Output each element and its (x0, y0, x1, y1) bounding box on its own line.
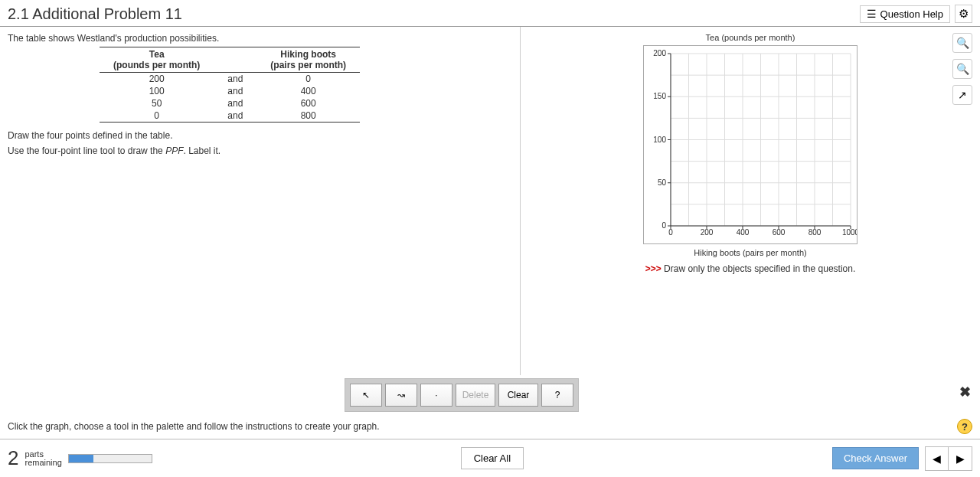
svg-text:1000: 1000 (842, 228, 858, 237)
svg-text:50: 50 (658, 178, 667, 187)
pointer-icon: ↖ (362, 390, 370, 400)
header-actions: ☰ Question Help ⚙ (860, 5, 972, 23)
point-icon: · (435, 390, 437, 400)
problem-intro: The table shows Westland's production po… (8, 33, 512, 44)
tool-palette: ↖ ↝ · Delete Clear ? (345, 378, 579, 412)
problem-pane: The table shows Westland's production po… (0, 27, 521, 375)
chart-hint: >>> Draw only the objects specified in t… (645, 263, 856, 274)
next-button[interactable]: ▶ (949, 447, 972, 470)
page-title: 2.1 Additional Problem 11 (8, 5, 182, 23)
selection-block: Selected: none (8, 384, 345, 406)
clear-all-button[interactable]: Clear All (461, 447, 524, 469)
curve-icon: ↝ (397, 390, 405, 400)
instruction-row: Click the graph, choose a tool in the pa… (0, 419, 980, 434)
col-boots-header: Hiking boots (pairs per month) (256, 47, 360, 73)
graph-instructions: Click the graph, choose a tool in the pa… (8, 421, 380, 432)
page-header: 2.1 Additional Problem 11 ☰ Question Hel… (0, 0, 980, 27)
main-content: The table shows Westland's production po… (0, 27, 980, 375)
question-help-button[interactable]: ☰ Question Help (860, 5, 950, 23)
svg-text:800: 800 (808, 228, 822, 237)
toolbar-row: Selected: none ↖ ↝ · Delete Clear ? ✖ (0, 376, 980, 414)
chart-svg[interactable]: 02004006008001000050100150200 (643, 45, 858, 244)
svg-text:200: 200 (701, 228, 714, 237)
prev-button[interactable]: ◀ (926, 447, 949, 470)
svg-text:200: 200 (653, 49, 666, 57)
ppf-table: Tea (pounds per month) Hiking boots (pai… (100, 47, 360, 123)
chevron-icon: >>> (645, 263, 662, 274)
table-row: 50 and 600 (100, 97, 360, 109)
next-icon: ▶ (956, 452, 965, 465)
nav-buttons: ◀ ▶ (925, 446, 972, 471)
instruction-2: Use the four-point line tool to draw the… (8, 144, 512, 158)
svg-text:100: 100 (653, 136, 666, 144)
gear-icon: ⚙ (959, 7, 969, 20)
chart-x-title: Hiking boots (pairs per month) (694, 248, 806, 257)
chart-box[interactable]: 02004006008001000050100150200 (643, 45, 858, 247)
chart-y-title: Tea (pounds per month) (706, 33, 795, 42)
table-row: 0 and 800 (100, 109, 360, 123)
footer-right: Check Answer ◀ ▶ (832, 446, 972, 471)
col-tea-header: Tea (pounds per month) (100, 47, 214, 73)
graph-pane: 🔍 🔍 ↗ Tea (pounds per month) 02004006008… (521, 27, 980, 375)
instruction-1: Draw the four points defined in the tabl… (8, 129, 512, 142)
point-tool[interactable]: · (420, 384, 452, 407)
parts-remaining: 2 parts remaining (8, 446, 152, 470)
close-button[interactable]: ✖ (959, 384, 971, 400)
question-help-label: Question Help (880, 8, 943, 20)
table-row: 100 and 400 (100, 85, 360, 97)
footer: 2 parts remaining Clear All Check Answer… (0, 439, 980, 477)
curve-tool[interactable]: ↝ (385, 384, 417, 407)
list-icon: ☰ (867, 8, 877, 19)
svg-text:0: 0 (662, 221, 666, 230)
palette-help-button[interactable]: ? (541, 384, 573, 407)
prev-icon: ◀ (933, 452, 941, 465)
table-row: 200 and 0 (100, 73, 360, 86)
check-answer-button[interactable]: Check Answer (832, 447, 919, 469)
col-conj-header (214, 47, 256, 73)
svg-text:0: 0 (668, 228, 673, 237)
clear-button[interactable]: Clear (498, 384, 538, 407)
progress-fill (69, 455, 93, 462)
footer-center: Clear All (152, 447, 832, 469)
parts-number: 2 (8, 446, 18, 470)
help-button[interactable]: ? (957, 419, 972, 434)
chart-wrap: Tea (pounds per month) 02004006008001000… (521, 33, 980, 274)
settings-button[interactable]: ⚙ (955, 5, 972, 23)
pointer-tool[interactable]: ↖ (350, 384, 382, 407)
progress-bar (68, 454, 152, 463)
svg-text:600: 600 (773, 228, 786, 237)
svg-text:400: 400 (737, 228, 750, 237)
svg-text:150: 150 (653, 92, 666, 100)
delete-button[interactable]: Delete (456, 384, 495, 407)
